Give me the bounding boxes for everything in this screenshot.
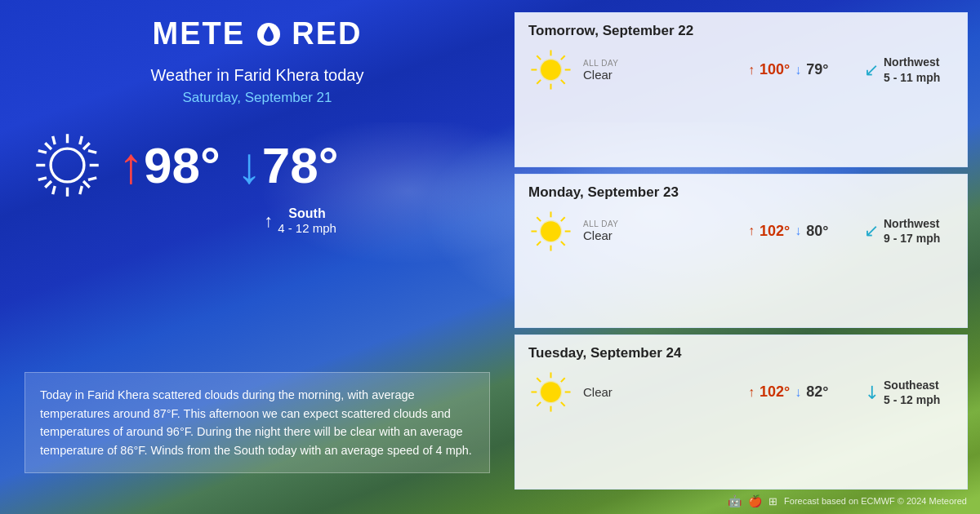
arrow-down-today: ↓ xyxy=(237,137,262,193)
forecast-body-1: ALL DAY Clear ↑ 102° ↓ 80° ↙ Northwest 9… xyxy=(528,209,954,254)
all-day-label-1: ALL DAY xyxy=(583,219,738,228)
logo-drop-icon xyxy=(256,21,282,47)
right-panel: Tomorrow, September 22 xyxy=(514,0,980,514)
svg-point-50 xyxy=(540,381,563,404)
city-title: Weather in Farid Khera today xyxy=(24,66,490,85)
fc-low-2: 82° xyxy=(806,383,828,401)
main-content: METE RED Weather in Farid Khera today Sa… xyxy=(0,0,980,514)
svg-line-24 xyxy=(561,80,565,84)
wind-arrow-up-icon: ↑ xyxy=(264,210,273,232)
svg-line-16 xyxy=(80,136,82,144)
current-weather: ↑98° ↓78° xyxy=(24,131,490,200)
temp-low-today: ↓78° xyxy=(237,136,339,194)
forecast-date-2: Tuesday, September 24 xyxy=(528,345,954,361)
forecast-condition-0: ALL DAY Clear xyxy=(583,59,738,82)
condition-text-1: Clear xyxy=(583,228,738,242)
sun-icon-0 xyxy=(528,47,573,92)
temps-large: ↑98° ↓78° xyxy=(118,136,339,194)
forecast-condition-2: Clear xyxy=(583,385,738,399)
svg-line-12 xyxy=(88,178,96,180)
arrow-up-today: ↑ xyxy=(118,137,144,193)
svg-point-39 xyxy=(540,219,563,242)
svg-line-26 xyxy=(537,80,541,84)
svg-line-35 xyxy=(561,241,565,246)
forecast-date-1: Monday, September 23 xyxy=(528,184,954,201)
fc-arrow-down-1: ↓ xyxy=(795,224,801,238)
wind-text-0: Northwest 5 - 11 mph xyxy=(884,55,940,84)
forecast-body-0: ALL DAY Clear ↑ 100° ↓ 79° ↙ Northwest 5… xyxy=(528,47,954,92)
fc-arrow-down-2: ↓ xyxy=(795,385,801,400)
forecast-date-0: Tomorrow, September 22 xyxy=(528,23,954,39)
fc-arrow-up-1: ↑ xyxy=(748,224,755,238)
fc-arrow-up-0: ↑ xyxy=(748,63,755,78)
svg-line-34 xyxy=(537,217,541,221)
svg-line-47 xyxy=(561,379,565,383)
date-subtitle: Saturday, September 21 xyxy=(24,90,490,106)
svg-line-6 xyxy=(83,181,90,188)
fc-high-1: 102° xyxy=(760,223,790,240)
forecast-body-2: Clear ↑ 102° ↓ 82° ↙ Southeast 5 - 12 mp… xyxy=(528,370,954,414)
weather-description: Today in Farid Khera scattered clouds du… xyxy=(24,372,490,473)
fc-low-1: 80° xyxy=(806,223,828,240)
sun-icon-1 xyxy=(528,209,573,254)
temp-high-today: ↑98° xyxy=(118,136,220,194)
wind-arrow-icon-0: ↙ xyxy=(864,60,879,81)
condition-text-0: Clear xyxy=(583,68,738,82)
logo-text: METE RED xyxy=(153,16,363,51)
svg-line-10 xyxy=(80,186,82,194)
fc-high-0: 100° xyxy=(760,61,790,78)
svg-line-46 xyxy=(561,402,565,406)
svg-line-36 xyxy=(561,217,565,221)
svg-line-13 xyxy=(38,178,47,180)
logo: METE RED xyxy=(24,16,490,51)
wind-speed-today: 4 - 12 mph xyxy=(278,221,336,235)
svg-line-5 xyxy=(45,143,51,149)
fc-arrow-down-0: ↓ xyxy=(795,63,801,78)
condition-text-2: Clear xyxy=(583,385,738,399)
wind-arrow-icon-1: ↙ xyxy=(864,220,879,241)
sun-icon-today xyxy=(33,131,102,200)
svg-point-17 xyxy=(51,148,84,182)
wind-info-today: ↑ South 4 - 12 mph xyxy=(110,206,490,235)
wind-text-2: Southeast 5 - 12 mph xyxy=(884,378,940,407)
forecast-temps-1: ↑ 102° ↓ 80° xyxy=(748,223,854,240)
svg-line-9 xyxy=(53,136,56,144)
fc-high-2: 102° xyxy=(760,383,790,401)
svg-line-8 xyxy=(45,181,51,188)
svg-line-14 xyxy=(88,151,96,153)
wind-text-1: Northwest 9 - 17 mph xyxy=(884,216,940,246)
fc-low-0: 79° xyxy=(806,61,828,78)
fc-arrow-up-2: ↑ xyxy=(748,385,755,400)
forecast-card-monday: Monday, September 23 xyxy=(514,174,968,329)
svg-line-45 xyxy=(537,379,541,383)
svg-line-7 xyxy=(83,143,90,149)
svg-line-48 xyxy=(537,402,541,406)
forecast-temps-0: ↑ 100° ↓ 79° xyxy=(748,61,854,78)
svg-line-37 xyxy=(537,241,541,246)
sun-icon-2 xyxy=(528,370,573,414)
svg-line-11 xyxy=(38,151,47,153)
svg-line-15 xyxy=(53,186,56,194)
wind-arrow-icon-2: ↙ xyxy=(858,379,884,405)
forecast-condition-1: ALL DAY Clear xyxy=(583,219,738,242)
forecast-card-tuesday: Tuesday, September 24 xyxy=(514,335,968,490)
svg-line-25 xyxy=(561,55,565,60)
svg-point-28 xyxy=(540,59,563,82)
wind-direction-today: South xyxy=(278,206,336,221)
left-panel: METE RED Weather in Farid Khera today Sa… xyxy=(0,0,514,514)
forecast-wind-0: ↙ Northwest 5 - 11 mph xyxy=(864,55,954,84)
forecast-temps-2: ↑ 102° ↓ 82° xyxy=(748,383,854,401)
all-day-label-0: ALL DAY xyxy=(583,59,738,68)
forecast-card-tomorrow: Tomorrow, September 22 xyxy=(514,12,968,167)
forecast-wind-2: ↙ Southeast 5 - 12 mph xyxy=(864,378,954,407)
forecast-wind-1: ↙ Northwest 9 - 17 mph xyxy=(864,216,954,246)
svg-line-23 xyxy=(537,55,541,60)
